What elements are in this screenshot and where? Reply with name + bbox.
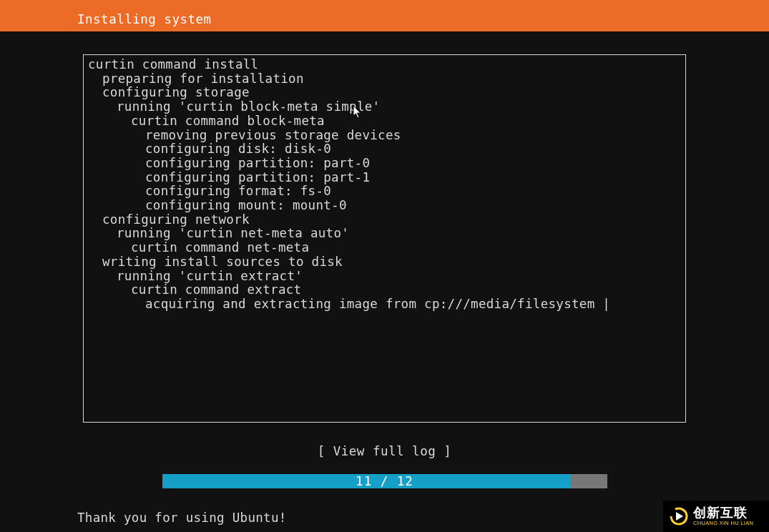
log-line: configuring format: fs-0 xyxy=(88,184,681,199)
log-line: curtin command net-meta xyxy=(88,241,681,255)
watermark-badge: 创新互联 CHUANG XIN HU LIAN xyxy=(663,501,769,532)
log-line: running 'curtin extract' xyxy=(88,270,681,284)
log-line: configuring mount: mount-0 xyxy=(88,199,681,213)
watermark-logo-icon xyxy=(669,506,689,526)
log-line: writing install sources to disk xyxy=(88,255,681,270)
watermark-text: 创新互联 CHUANG XIN HU LIAN xyxy=(693,506,753,526)
progress-label: 11 / 12 xyxy=(162,474,607,488)
watermark-cn: 创新互联 xyxy=(693,506,753,519)
progress-bar: 11 / 12 xyxy=(162,474,607,488)
progress-text: 11 / 12 xyxy=(356,474,413,488)
view-full-log-button[interactable]: [ View full log ] xyxy=(318,444,452,458)
log-line: removing previous storage devices xyxy=(88,129,681,143)
log-line: configuring storage xyxy=(88,86,681,100)
log-line: curtin command extract xyxy=(88,283,681,297)
log-line: curtin command block-meta xyxy=(88,114,681,129)
watermark-en: CHUANG XIN HU LIAN xyxy=(693,521,753,526)
install-log-box: curtin command installpreparing for inst… xyxy=(83,54,686,423)
log-line: acquiring and extracting image from cp:/… xyxy=(88,297,681,312)
installer-header: Installing system xyxy=(0,7,769,31)
log-line: configuring disk: disk-0 xyxy=(88,142,681,157)
log-line: configuring network xyxy=(88,213,681,227)
log-line: running 'curtin net-meta auto' xyxy=(88,227,681,241)
log-line: preparing for installation xyxy=(88,72,681,87)
log-line: configuring partition: part-1 xyxy=(88,171,681,185)
log-line: curtin command install xyxy=(88,58,681,72)
view-full-log-row: [ View full log ] xyxy=(0,444,769,458)
installer-title: Installing system xyxy=(77,12,212,26)
footer-thanks: Thank you for using Ubuntu! xyxy=(77,511,287,525)
log-line: running 'curtin block-meta simple' xyxy=(88,100,681,114)
window-top-edge xyxy=(0,0,769,7)
footer-text: Thank you for using Ubuntu! xyxy=(77,511,287,525)
log-line: configuring partition: part-0 xyxy=(88,157,681,171)
content-area: curtin command installpreparing for inst… xyxy=(0,31,769,488)
